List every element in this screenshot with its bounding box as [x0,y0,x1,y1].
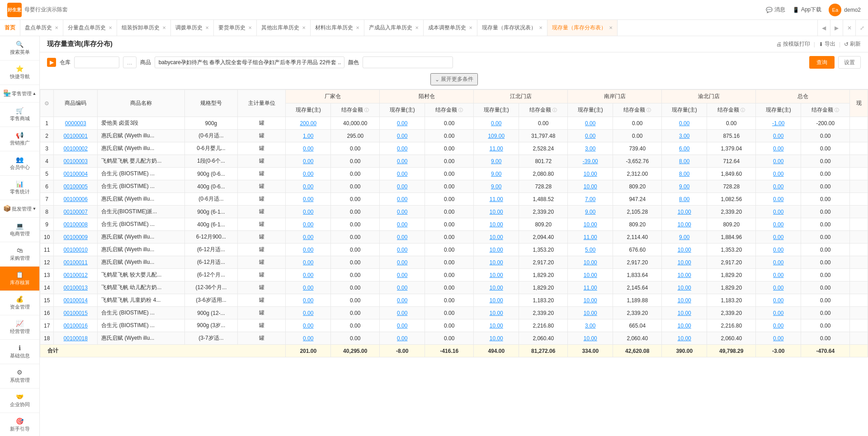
row-na-amt: 676.60 [613,244,662,256]
row-mc-qty: 0.00 [380,193,425,206]
row-mc-qty: 0.00 [380,180,425,193]
sidebar-item-retail-stats[interactable]: 📊 零售统计 [0,176,39,200]
query-btn[interactable]: 查询 [809,56,835,69]
row-fc-qty: 0.00 [286,206,331,218]
table-row: 6 00100005 合生元 (BIOSTIME) ... 400g (0-6.… [40,180,868,193]
row-fc-qty: 0.00 [286,218,331,231]
row-na-amt: 2,114.40 [613,231,662,244]
sidebar-item-purchase[interactable]: 🛍 采购管理 [0,242,39,267]
goods-input[interactable] [155,56,344,68]
sidebar-item-wholesale[interactable]: 📦 批发管理 ▼ [0,200,39,218]
tab-home[interactable]: 首页 [0,20,20,36]
export-btn[interactable]: ⬇ 导出 [819,40,835,48]
current-col-header: 现 [850,90,868,117]
tab-close-icon[interactable]: ✕ [356,25,359,30]
tab-stock-distribution[interactable]: 现存量（库存分布表） ✕ [547,20,618,36]
messages-btn[interactable]: 💬 消息 [766,6,785,14]
row-jb-qty: 10.00 [474,281,519,294]
tab-close-icon[interactable]: ✕ [469,25,472,30]
row-fc-amt: 0.00 [331,244,380,256]
app-download-btn[interactable]: 📱 App下载 [793,6,821,14]
tab-close-icon[interactable]: ✕ [248,25,252,30]
filter-collapse-btn[interactable]: ▶ [47,58,56,67]
tab-weight-check[interactable]: 分量盘点单历史 ✕ [63,20,117,36]
sidebar-item-members[interactable]: 👥 会员中心 [0,151,39,176]
row-yb-amt: 0.00 [707,117,756,130]
color-input[interactable] [363,56,453,68]
tab-requisition[interactable]: 要货单历史 ✕ [214,20,257,36]
row-mc-qty: 0.00 [380,206,425,218]
row-unit: 罐 [238,332,286,345]
sidebar-item-retail-mall[interactable]: 🛒 零售商城 [0,103,39,127]
sidebar-item-marketing[interactable]: 📢 营销推广 [0,127,39,151]
warehouse-dots-btn[interactable]: ... [123,56,137,68]
row-yb-qty: 9.00 [662,231,707,244]
export-icon: ⬇ [819,41,823,47]
row-fc-amt: 0.00 [331,307,380,319]
row-spec: 1段(0-6个... [184,155,238,168]
print-btn[interactable]: 🖨 按模版打印 [776,40,810,48]
sidebar-item-system[interactable]: ⚙ 系统管理 [0,364,39,389]
nanan-store-header: 南岸门店 [568,90,662,103]
row-total-amt: 0.00 [801,244,850,256]
sidebar-item-ecommerce[interactable]: 💻 电商管理 [0,218,39,242]
tab-close-icon[interactable]: ✕ [55,25,58,30]
sidebar-item-guide[interactable]: 🎯 新手引导 [0,413,39,436]
ecommerce-icon: 💻 [0,222,39,230]
warehouse-input[interactable] [74,56,119,68]
row-na-qty: 3.00 [568,142,613,155]
sidebar-item-search[interactable]: 🔍 搜索英单 [0,36,39,61]
refresh-btn[interactable]: ↺ 刷新 [844,40,861,48]
tab-inventory-check[interactable]: 盘点单历史 ✕ [20,20,63,36]
tab-maximize-btn[interactable]: ⤢ [855,20,868,36]
tab-close-all-btn[interactable]: ✕ [843,20,855,36]
jb-amt-header: 结存金额 ⓘ [519,103,568,117]
tab-next-btn[interactable]: ▶ [830,20,843,36]
row-name: 惠氏启赋 (Wyeth illu... [98,231,184,244]
tab-close-icon[interactable]: ✕ [302,25,306,30]
row-total-qty: 0.00 [756,307,801,319]
summary-label: 合计 [40,345,286,357]
row-jb-amt: 1,829.20 [519,281,568,294]
tab-prev-btn[interactable]: ◀ [817,20,830,36]
sidebar-item-quicknav[interactable]: ⭐ 快捷导航 [0,61,39,85]
tab-finished-goods[interactable]: 产成品入库单历史 ✕ [364,20,424,36]
tab-other-outbound[interactable]: 其他出库单历史 ✕ [257,20,311,36]
tab-close-icon[interactable]: ✕ [415,25,419,30]
row-code: 00100002 [54,142,98,155]
tab-material-outbound[interactable]: 材料出库单历史 ✕ [311,20,364,36]
row-jb-qty: 10.00 [474,307,519,319]
col-settings-icon[interactable]: ⚙ [44,100,49,107]
table-area: ⚙ 商品编码 商品名称 规格型号 主计量单位 厂家仓 陌村仓 江北门店 南岸门店… [40,89,868,436]
row-spec: (3-6岁适用... [184,294,238,307]
tab-close-icon[interactable]: ✕ [108,25,112,30]
row-no: 18 [40,332,54,345]
settings-btn[interactable]: 设置 [838,56,861,69]
tab-stock-status[interactable]: 现存量（库存状况表） ✕ [477,20,547,36]
row-jb-qty: 10.00 [474,231,519,244]
collab-icon: 🤝 [0,393,39,400]
sidebar-item-retail-mgmt[interactable]: 🏪 零售管理 ▲ [0,85,39,103]
sidebar-item-inventory[interactable]: 📋 库存核算 [0,267,39,291]
sidebar-item-basic-info[interactable]: ℹ 基础信息 [0,340,39,364]
sidebar-item-collaboration[interactable]: 🤝 企业协同 [0,389,39,413]
row-no: 11 [40,244,54,256]
sidebar-item-finance[interactable]: 💰 资金管理 [0,291,39,315]
row-spec: 400g (6-1... [184,218,238,231]
tab-close-icon[interactable]: ✕ [539,25,542,30]
user-area[interactable]: Ea demo2 [829,4,861,16]
tab-transfer[interactable]: 调拨单历史 ✕ [171,20,214,36]
tab-close-icon[interactable]: ✕ [205,25,209,30]
row-mc-qty: 0.00 [380,256,425,269]
expand-filter-btn[interactable]: ⌄ 展开更多条件 [430,73,478,85]
row-yb-qty: 0.00 [662,117,707,130]
tab-close-icon[interactable]: ✕ [162,25,166,30]
cart-icon: 🛒 [0,107,39,114]
row-fc-qty: 0.00 [286,332,331,345]
tab-close-icon[interactable]: ✕ [609,25,613,30]
total-warehouse-header: 总仓 [756,90,850,103]
settings-col-header[interactable]: ⚙ [40,90,54,117]
tab-assembly[interactable]: 组装拆卸单历史 ✕ [117,20,171,36]
tab-cost-adjust[interactable]: 成本调整单历史 ✕ [424,20,477,36]
sidebar-item-operations[interactable]: 📈 经营管理 [0,315,39,340]
